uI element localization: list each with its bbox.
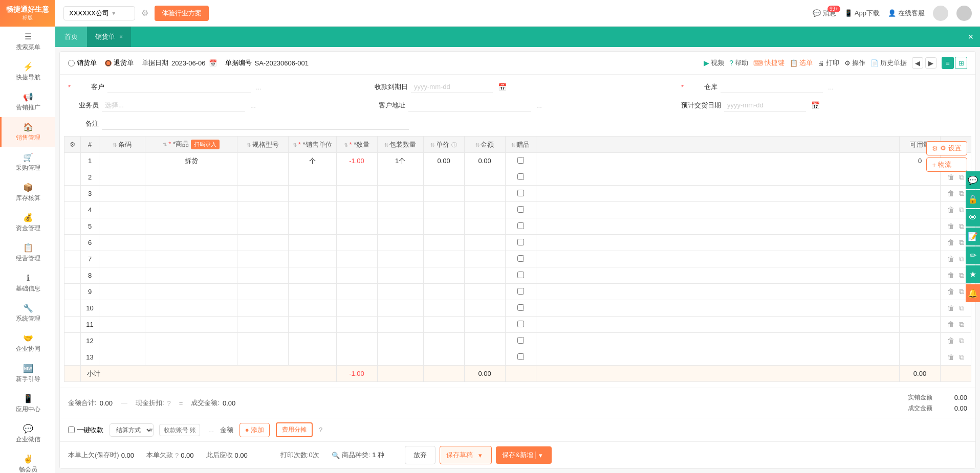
copy-row-btn-10[interactable]: ⧉ bbox=[957, 304, 966, 312]
cell-product-3[interactable] bbox=[145, 186, 237, 202]
copy-row-btn-7[interactable]: ⧉ bbox=[957, 255, 966, 263]
gift-checkbox-2[interactable] bbox=[517, 173, 524, 180]
cell-barcode-7[interactable] bbox=[99, 251, 145, 267]
sidebar-item-inventory[interactable]: 📦 库存核算 bbox=[0, 177, 55, 208]
help-tool-btn[interactable]: ? 帮助 bbox=[729, 58, 748, 67]
cell-price-1[interactable]: 0.00 bbox=[423, 153, 464, 169]
cell-product-4[interactable] bbox=[145, 202, 237, 218]
sidebar-item-apps[interactable]: 📱 应用中心 bbox=[0, 389, 55, 419]
cell-gift-13[interactable] bbox=[505, 349, 536, 366]
cell-qty-13[interactable] bbox=[336, 349, 377, 366]
gift-checkbox-1[interactable] bbox=[517, 157, 524, 164]
cell-qty-9[interactable] bbox=[336, 284, 377, 300]
copy-row-btn-9[interactable]: ⧉ bbox=[957, 287, 966, 296]
cell-qty-12[interactable] bbox=[336, 333, 377, 349]
cell-barcode-9[interactable] bbox=[99, 284, 145, 300]
cell-gift-7[interactable] bbox=[505, 251, 536, 267]
cell-barcode-5[interactable] bbox=[99, 218, 145, 235]
sidebar-item-system[interactable]: 🔧 系统管理 bbox=[0, 298, 55, 328]
radio-sale-input[interactable] bbox=[68, 60, 75, 66]
cell-product-10[interactable] bbox=[145, 300, 237, 317]
cell-spec-5[interactable] bbox=[237, 218, 289, 235]
settings-button[interactable]: ⚙ ⚙ 设置 bbox=[926, 141, 967, 155]
copy-row-btn-4[interactable]: ⧉ bbox=[957, 206, 966, 214]
cell-barcode-3[interactable] bbox=[99, 186, 145, 202]
save-draft-button[interactable]: 保存草稿 ▾ bbox=[440, 446, 492, 464]
warehouse-input[interactable]: 建材仓 bbox=[721, 81, 823, 93]
cell-qty-11[interactable] bbox=[336, 317, 377, 333]
cell-product-7[interactable] bbox=[145, 251, 237, 267]
salesperson-dots-icon[interactable]: ... bbox=[250, 102, 256, 109]
cell-price-4[interactable] bbox=[423, 202, 464, 218]
calendar-icon[interactable]: 📅 bbox=[209, 59, 217, 67]
cell-spec-12[interactable] bbox=[237, 333, 289, 349]
company-selector[interactable]: XXXXXX公司 ▾ bbox=[63, 6, 135, 20]
cell-barcode-11[interactable] bbox=[99, 317, 145, 333]
delete-row-btn-12[interactable]: 🗑 bbox=[946, 336, 956, 345]
customer-address-dots-icon[interactable]: ... bbox=[536, 102, 542, 109]
topbar-gear-icon[interactable]: ⚙ bbox=[141, 8, 148, 18]
gift-checkbox-11[interactable] bbox=[517, 321, 524, 327]
add-payment-button[interactable]: ● 添加 bbox=[239, 423, 270, 437]
copy-row-btn-5[interactable]: ⧉ bbox=[957, 222, 966, 231]
cell-price-7[interactable] bbox=[423, 251, 464, 267]
sidebar-item-wecom[interactable]: 💬 企业微信 bbox=[0, 419, 55, 449]
delete-row-btn-11[interactable]: 🗑 bbox=[946, 320, 956, 328]
cell-qty-10[interactable] bbox=[336, 300, 377, 317]
copy-row-btn-11[interactable]: ⧉ bbox=[957, 320, 966, 329]
copy-row-btn-12[interactable]: ⧉ bbox=[957, 336, 966, 345]
online-service-button[interactable]: 👤 在线客服 bbox=[888, 9, 925, 18]
delete-row-btn-7[interactable]: 🗑 bbox=[946, 255, 956, 263]
cell-qty-5[interactable] bbox=[336, 218, 377, 235]
cell-spec-10[interactable] bbox=[237, 300, 289, 317]
gift-checkbox-12[interactable] bbox=[517, 337, 524, 344]
cell-price-11[interactable] bbox=[423, 317, 464, 333]
cell-gift-8[interactable] bbox=[505, 267, 536, 284]
cell-spec-11[interactable] bbox=[237, 317, 289, 333]
cell-gift-5[interactable] bbox=[505, 218, 536, 235]
sidebar-item-basic[interactable]: ℹ 基础信息 bbox=[0, 268, 55, 298]
trial-button[interactable]: 体验行业方案 bbox=[155, 6, 209, 21]
next-record-btn[interactable]: ▶ bbox=[925, 57, 937, 69]
cell-price-8[interactable] bbox=[423, 267, 464, 284]
save-new-button[interactable]: 保存&新增 ▾ bbox=[496, 446, 552, 464]
gift-checkbox-5[interactable] bbox=[517, 222, 524, 229]
radio-sale-order[interactable]: 销货单 bbox=[68, 58, 97, 67]
account-dots-icon[interactable]: ... bbox=[208, 426, 214, 434]
th-settings[interactable]: ⚙ bbox=[64, 137, 81, 153]
gift-checkbox-13[interactable] bbox=[517, 353, 524, 360]
copy-row-btn-6[interactable]: ⧉ bbox=[957, 238, 966, 247]
cell-spec-7[interactable] bbox=[237, 251, 289, 267]
radio-return-order[interactable]: 退货单 bbox=[105, 58, 134, 67]
gift-checkbox-7[interactable] bbox=[517, 255, 524, 262]
cell-gift-1[interactable] bbox=[505, 153, 536, 169]
gift-checkbox-4[interactable] bbox=[517, 206, 524, 213]
delete-row-btn-2[interactable]: 🗑 bbox=[946, 173, 956, 181]
cell-barcode-6[interactable] bbox=[99, 235, 145, 251]
copy-row-btn-3[interactable]: ⧉ bbox=[957, 189, 966, 198]
cell-barcode-10[interactable] bbox=[99, 300, 145, 317]
print-tool-btn[interactable]: 🖨 打印 bbox=[818, 58, 839, 67]
payment-method-select[interactable]: 结算方式 bbox=[110, 423, 154, 437]
cell-barcode-13[interactable] bbox=[99, 349, 145, 366]
delete-row-btn-4[interactable]: 🗑 bbox=[946, 206, 956, 214]
sidebar-item-guide[interactable]: 🆕 新手引导 bbox=[0, 358, 55, 389]
cell-price-12[interactable] bbox=[423, 333, 464, 349]
select-tool-btn[interactable]: 📋 选单 bbox=[790, 58, 813, 67]
cell-product-9[interactable] bbox=[145, 284, 237, 300]
delete-row-btn-8[interactable]: 🗑 bbox=[946, 271, 956, 279]
delete-row-btn-6[interactable]: 🗑 bbox=[946, 238, 956, 246]
scan-button[interactable]: 扫码录入 bbox=[191, 140, 220, 149]
cell-spec-2[interactable] bbox=[237, 169, 289, 186]
cell-price-10[interactable] bbox=[423, 300, 464, 317]
cell-product-8[interactable] bbox=[145, 267, 237, 284]
cell-price-3[interactable] bbox=[423, 186, 464, 202]
customer-dots-icon[interactable]: ... bbox=[256, 83, 262, 91]
one-click-payment-checkbox[interactable]: 一键收款 bbox=[68, 425, 103, 435]
video-tool-btn[interactable]: ▶ 视频 bbox=[704, 58, 724, 67]
cash-discount-help-icon[interactable]: ? bbox=[167, 399, 171, 407]
right-panel-btn-1[interactable]: 💬 bbox=[966, 171, 980, 189]
right-panel-btn-2[interactable]: 🔒 bbox=[966, 190, 980, 208]
message-button[interactable]: 💬 消息 99+ bbox=[813, 9, 836, 18]
cell-gift-4[interactable] bbox=[505, 202, 536, 218]
